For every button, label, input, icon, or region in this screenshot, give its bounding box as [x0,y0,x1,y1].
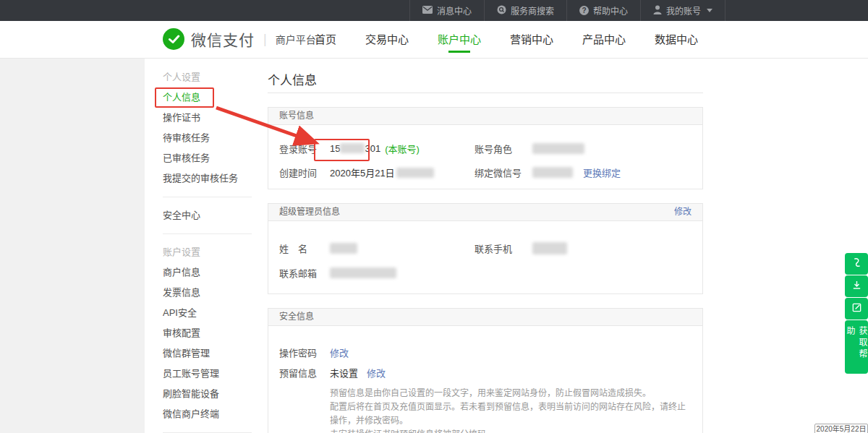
sidebar: 个人设置 个人信息 操作证书 待审核任务 已审核任务 我提交的审核任务 安全中心… [145,59,262,433]
admin-name-label: 姓 名 [279,241,330,255]
sidebar-item-invoice-info[interactable]: 发票信息 [145,283,262,303]
sidebar-divider [163,197,252,197]
redacted-contact-phone [532,242,567,254]
message-center-label: 消息中心 [437,4,472,17]
redacted-wechat-id [532,167,573,178]
redacted-login-middle [340,143,365,153]
super-admin-modify-link[interactable]: 修改 [674,204,692,220]
provider-search-label: 服务商搜索 [511,4,554,17]
sidebar-item-operation-certificate[interactable]: 操作证书 [145,108,262,128]
download-icon [851,280,862,293]
topbar: 消息中心 服务商搜索 ? 帮助中心 我的账号 [0,0,868,21]
operation-password-label: 操作密码 [279,346,330,359]
super-admin-panel-body: 姓 名 联系手机 联系邮箱 [268,221,702,293]
contact-email-label: 联系邮箱 [279,266,330,280]
created-time-value: 2020年5月21日 [330,166,395,179]
admin-row-2: 联系邮箱 [279,260,692,285]
help-center-label: 帮助中心 [593,4,628,17]
left-gray-band [0,59,145,433]
password-modify-link[interactable]: 修改 [330,346,349,359]
sidebar-item-wechat-group-management[interactable]: 微信群管理 [145,343,262,364]
account-info-panel-title: 账号信息 [279,108,314,124]
login-account-value: 15301 [330,143,380,154]
floating-help-bar: 获取帮助 [845,253,868,374]
main-content: 个人信息 账号信息 登录账号 15301 (本账号) 账号角色 [268,59,703,433]
current-account-tag: (本账号) [385,142,420,155]
security-row-reserve: 预留信息 未设置 修改 [279,362,692,382]
redacted-created-time [396,168,434,178]
account-info-panel-header: 账号信息 [268,108,702,125]
account-row-2: 创建时间 2020年5月21日 绑定微信号 更换绑定 [279,160,692,184]
account-info-panel: 账号信息 登录账号 15301 (本账号) 账号角色 [268,107,703,189]
topbar-items: 消息中心 服务商搜索 ? 帮助中心 我的账号 [409,0,726,21]
sidebar-item-wechat-merchant-terminal[interactable]: 微信商户终端 [145,404,262,424]
nav-account-center[interactable]: 账户中心 [423,21,495,58]
nav-transaction-center[interactable]: 交易中心 [351,21,423,58]
rebind-link[interactable]: 更换绑定 [583,166,621,179]
nav-product-center[interactable]: 产品中心 [568,21,640,58]
contact-phone-label: 联系手机 [475,241,532,255]
get-help-button[interactable]: 获取帮助 [845,320,868,374]
feedback-icon [851,302,862,316]
phone-icon [851,257,862,271]
help-center-link[interactable]: ? 帮助中心 [566,0,640,21]
security-info-panel: 安全信息 操作密码 修改 预留信息 未设置 修改 预留信息是由你自己设置的一段文… [268,308,703,433]
super-admin-panel-title: 超级管理员信息 [279,204,340,220]
account-info-panel-body: 登录账号 15301 (本账号) 账号角色 创建时间 2020年5月21日 [268,125,702,189]
sidebar-item-reviewed-tasks[interactable]: 已审核任务 [145,148,262,168]
get-help-label: 获取帮助 [844,326,868,368]
reserve-modify-link[interactable]: 修改 [367,366,386,380]
sidebar-divider [163,233,252,234]
nav-home[interactable]: 首页 [300,21,351,58]
sidebar-item-api-security[interactable]: API安全 [145,303,262,323]
reserve-status: 未设置 [330,366,358,380]
search-icon [497,5,506,17]
security-info-panel-body: 操作密码 修改 预留信息 未设置 修改 预留信息是由你自己设置的一段文字，用来鉴… [268,326,702,433]
redacted-contact-email [330,267,396,278]
user-icon [653,5,662,17]
super-admin-panel: 超级管理员信息 修改 姓 名 联系手机 联系邮箱 [268,203,703,294]
nav-marketing-center[interactable]: 营销中心 [495,21,568,58]
security-row-password: 操作密码 修改 [279,342,692,362]
sidebar-item-my-submitted-review-tasks[interactable]: 我提交的审核任务 [145,168,262,189]
account-row-1: 登录账号 15301 (本账号) 账号角色 [279,137,692,160]
sidebar-item-face-smart-device[interactable]: 刷脸智能设备 [145,384,262,404]
my-account-label: 我的账号 [666,4,701,17]
redacted-admin-name [330,243,357,254]
account-role-label: 账号角色 [475,142,532,155]
created-time-label: 创建时间 [279,166,330,179]
sidebar-item-security-center[interactable]: 安全中心 [145,205,262,226]
security-info-panel-header: 安全信息 [268,309,702,326]
reserve-info-description: 预留信息是由你自己设置的一段文字，用来鉴定网站身份，防止假冒网站造成损失。 配置… [330,387,692,433]
date-tooltip: 2020年5月22日 [814,424,868,433]
nav-data-center[interactable]: 数据中心 [640,21,712,58]
desc-line-3: 未安装操作证书时预留信息将被部分掩码。 [330,428,692,433]
download-button[interactable] [845,275,868,297]
sidebar-item-merchant-info[interactable]: 商户信息 [145,262,262,283]
header: 微信支付 | 商户平台 首页 交易中心 账户中心 营销中心 产品中心 数据中心 [0,21,868,59]
title-divider [268,93,703,93]
sidebar-item-pending-review-tasks[interactable]: 待审核任务 [145,128,262,148]
security-info-panel-title: 安全信息 [279,309,314,325]
sidebar-item-staff-account-management[interactable]: 员工账号管理 [145,364,262,384]
provider-search-link[interactable]: 服务商搜索 [484,0,566,21]
message-center-link[interactable]: 消息中心 [409,0,484,21]
wechat-pay-merchant-page: 消息中心 服务商搜索 ? 帮助中心 我的账号 [0,0,868,433]
brand-name: 微信支付 [191,28,255,50]
chevron-down-icon [707,9,712,12]
login-account-label: 登录账号 [279,142,330,155]
brand: 微信支付 | 商户平台 [163,28,316,50]
sidebar-item-personal-info[interactable]: 个人信息 [145,87,262,108]
help-icon: ? [579,6,589,15]
reserve-info-label: 预留信息 [279,366,330,380]
phone-contact-button[interactable] [845,253,868,275]
desc-line-2: 配置后将在首页及充值页面显示。若未看到预留信息，表明当前访问的网站存在风险，请终… [330,400,692,428]
main-nav: 首页 交易中心 账户中心 营销中心 产品中心 数据中心 [300,21,712,58]
sidebar-item-review-config[interactable]: 审核配置 [145,323,262,343]
feedback-button[interactable] [845,298,868,320]
desc-line-1: 预留信息是由你自己设置的一段文字，用来鉴定网站身份，防止假冒网站造成损失。 [330,387,692,400]
my-account-menu[interactable]: 我的账号 [640,0,726,21]
brand-separator: | [263,32,267,47]
sidebar-header-account-settings: 账户设置 [145,242,262,262]
wechat-pay-logo-icon [163,28,184,50]
